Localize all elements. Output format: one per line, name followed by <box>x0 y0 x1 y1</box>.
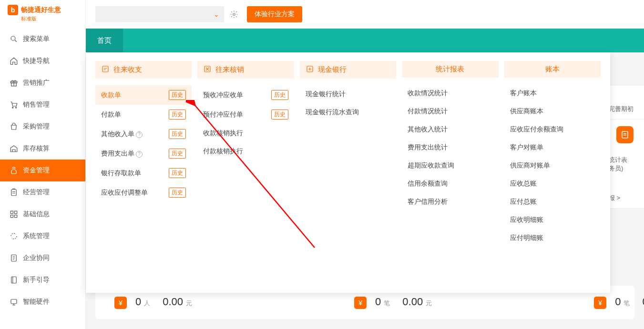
peek-text-1: 完善期初 <box>606 86 644 120</box>
svg-point-0 <box>11 36 15 40</box>
sidebar-item-collab[interactable]: 企业协同 <box>0 247 85 269</box>
mega-menu-item[interactable]: 银行存取款单历史 <box>95 163 192 183</box>
mega-menu-item[interactable]: 预收冲应收单历史 <box>197 85 294 105</box>
mega-menu-item[interactable]: 费用支出统计 <box>402 139 498 157</box>
mega-column-header: 现金银行 <box>300 61 396 79</box>
menu-item-label: 应收明细账 <box>510 216 543 224</box>
mega-menu-item[interactable]: 现金银行流水查询 <box>300 103 396 121</box>
sidebar-item-inventory[interactable]: 库存核算 <box>0 138 85 160</box>
gift-icon <box>10 79 18 87</box>
peek-text-2a: 统计表 <box>606 150 644 164</box>
sidebar-item-finance[interactable]: 资金管理 <box>0 160 85 181</box>
sidebar-item-guide[interactable]: 新手引导 <box>0 269 85 291</box>
menu-item-label: 预付冲应付单 <box>203 110 243 119</box>
sidebar-item-basedata[interactable]: 基础信息 <box>0 203 85 225</box>
history-link[interactable]: 历史 <box>169 149 186 159</box>
sidebar-list: 搜索菜单 快捷导航 营销推广 销售管理 采购管理 库存核算 资金管理 经营管理 <box>0 28 85 313</box>
industry-plan-button[interactable]: 体验行业方案 <box>247 6 302 22</box>
mega-menu-item[interactable]: 付款核销执行 <box>197 142 294 160</box>
search-icon <box>10 35 18 43</box>
mega-column-header: 往来核销 <box>197 61 294 79</box>
clipboard-icon <box>10 188 18 197</box>
logo-icon: b <box>8 5 18 15</box>
mega-menu-item[interactable]: 其他收入单?历史 <box>95 124 192 144</box>
company-selector[interactable]: ⌄ <box>95 6 224 22</box>
svg-rect-12 <box>11 299 17 304</box>
history-link[interactable]: 历史 <box>169 110 186 120</box>
sidebar-item-label: 快捷导航 <box>23 57 50 65</box>
svg-point-3 <box>12 107 13 108</box>
mega-menu-item[interactable]: 客户信用分析 <box>402 193 498 211</box>
sidebar-item-marketing[interactable]: 营销推广 <box>0 72 85 94</box>
mega-menu-item[interactable]: 收款单历史 <box>95 85 192 105</box>
chevron-down-icon: ⌄ <box>214 10 219 18</box>
stat-amount: 0.00 <box>402 296 423 308</box>
book-icon <box>10 276 18 284</box>
tab-home[interactable]: 首页 <box>86 29 123 52</box>
history-link[interactable]: 历史 <box>169 129 186 139</box>
sidebar-item-search-menu[interactable]: 搜索菜单 <box>0 28 85 50</box>
menu-item-label: 供应商对账单 <box>510 161 550 170</box>
column-title: 往来收支 <box>113 65 142 74</box>
peek-text-3[interactable]: 报 > <box>606 188 644 209</box>
menu-item-label: 应收应付调整单 <box>101 189 148 197</box>
mega-column-header: 账本 <box>504 61 601 78</box>
history-link[interactable]: 历史 <box>271 110 288 120</box>
stat-count: 0 <box>375 296 381 308</box>
column-title: 往来核销 <box>215 65 244 74</box>
doc-icon <box>10 254 18 262</box>
stat-item: ¥ 0笔 0.00元 <box>594 296 644 309</box>
report-icon[interactable] <box>616 126 634 143</box>
mega-menu-item[interactable]: 费用支出单?历史 <box>95 144 192 163</box>
mega-menu-item[interactable]: 应收应付余额查询 <box>504 120 601 139</box>
sidebar-item-label: 采购管理 <box>23 122 50 131</box>
mega-menu-item[interactable]: 客户账本 <box>504 84 601 102</box>
mega-menu-item[interactable]: 收款情况统计 <box>402 84 498 102</box>
sidebar-item-business[interactable]: 经营管理 <box>0 181 85 203</box>
settings-button[interactable] <box>230 10 238 19</box>
help-icon[interactable]: ? <box>136 131 143 138</box>
mega-menu-item[interactable]: 信用余额查询 <box>402 175 498 193</box>
sidebar-item-sales[interactable]: 销售管理 <box>0 94 85 116</box>
svg-rect-5 <box>11 189 17 196</box>
column-header-icon <box>101 65 110 75</box>
mega-menu-item[interactable]: 其他收入统计 <box>402 120 498 139</box>
menu-item-label: 应收应付余额查询 <box>510 125 563 134</box>
mega-menu-item[interactable]: 收款核销执行 <box>197 124 294 142</box>
help-icon[interactable]: ? <box>136 151 143 158</box>
menu-item-label: 收款情况统计 <box>408 89 448 98</box>
sidebar-item-quicknav[interactable]: 快捷导航 <box>0 50 85 72</box>
mega-menu-item[interactable]: 应付总账 <box>504 193 601 211</box>
mega-menu-item[interactable]: 供应商账本 <box>504 102 601 120</box>
sidebar-item-label: 库存核算 <box>23 144 50 153</box>
mega-menu-item[interactable]: 应收应付调整单历史 <box>95 183 192 202</box>
svg-point-4 <box>15 107 16 108</box>
mega-menu-item[interactable]: 供应商对账单 <box>504 157 601 175</box>
history-link[interactable]: 历史 <box>169 188 186 198</box>
mega-menu-item[interactable]: 应付明细账 <box>504 229 601 247</box>
mega-menu-item[interactable]: 客户对账单 <box>504 139 601 157</box>
column-title: 统计报表 <box>436 65 464 74</box>
mega-menu-item[interactable]: 现金银行统计 <box>300 85 396 103</box>
menu-item-label: 供应商账本 <box>510 107 543 116</box>
stat-icon: ¥ <box>594 297 606 309</box>
mega-menu-item[interactable]: 付款情况统计 <box>402 102 498 120</box>
logo: b 畅捷通好生意 <box>0 0 85 17</box>
history-link[interactable]: 历史 <box>169 168 186 178</box>
stat-icon: ¥ <box>114 297 127 309</box>
mega-menu-item[interactable]: 应收明细账 <box>504 211 601 229</box>
svg-point-13 <box>233 13 235 15</box>
history-link[interactable]: 历史 <box>169 90 186 100</box>
sidebar-item-system[interactable]: 系统管理 <box>0 225 85 247</box>
mega-menu-item[interactable]: 预付冲应付单历史 <box>197 105 294 124</box>
sidebar-item-hardware[interactable]: 智能硬件 <box>0 291 85 313</box>
sidebar-item-purchase[interactable]: 采购管理 <box>0 116 85 138</box>
mega-menu-item[interactable]: 超期应收款查询 <box>402 157 498 175</box>
mega-menu-item[interactable]: 付款单历史 <box>95 105 192 124</box>
sidebar: b 畅捷通好生意 标准版 搜索菜单 快捷导航 营销推广 销售管理 采购管理 库存… <box>0 0 86 329</box>
menu-item-label: 客户信用分析 <box>408 198 448 206</box>
mega-menu-item[interactable]: 应收总账 <box>504 175 601 193</box>
history-link[interactable]: 历史 <box>271 90 288 100</box>
menu-item-label: 应付明细账 <box>510 234 543 242</box>
stat-amount: 0.00 <box>163 296 183 308</box>
